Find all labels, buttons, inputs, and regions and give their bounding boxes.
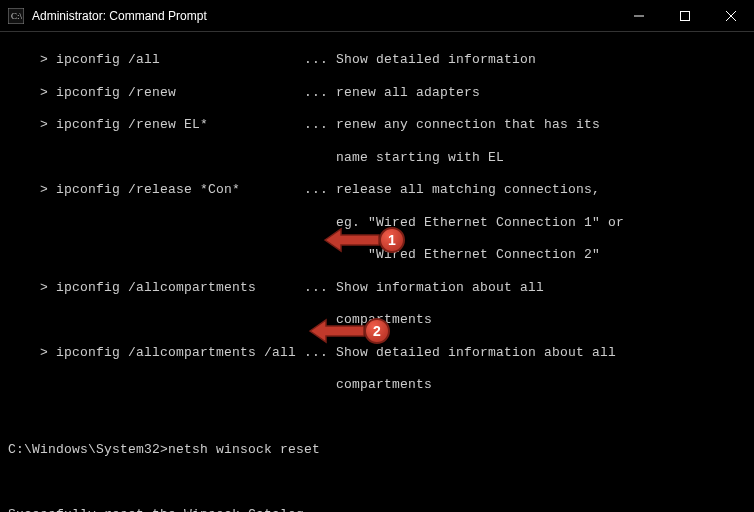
maximize-button[interactable] [662, 0, 708, 32]
help-line: > ipconfig /allcompartments ... Show inf… [8, 280, 746, 296]
svg-rect-3 [681, 12, 690, 21]
help-line: > ipconfig /all ... Show detailed inform… [8, 52, 746, 68]
window-controls [616, 0, 754, 31]
help-line: compartments [8, 312, 746, 328]
help-line: compartments [8, 377, 746, 393]
svg-text:C:\: C:\ [11, 11, 23, 21]
help-line: name starting with EL [8, 150, 746, 166]
terminal-output[interactable]: > ipconfig /all ... Show detailed inform… [0, 32, 754, 512]
blank-line [8, 410, 746, 426]
window-title: Administrator: Command Prompt [32, 9, 616, 23]
minimize-button[interactable] [616, 0, 662, 32]
help-line: > ipconfig /renew EL* ... renew any conn… [8, 117, 746, 133]
close-button[interactable] [708, 0, 754, 32]
cmd-icon: C:\ [8, 8, 24, 24]
command-text: netsh winsock reset [168, 442, 320, 457]
help-line: "Wired Ethernet Connection 2" [8, 247, 746, 263]
prompt-line: C:\Windows\System32>netsh winsock reset [8, 442, 746, 458]
output-line: Sucessfully reset the Winsock Catalog. [8, 507, 746, 512]
help-line: > ipconfig /renew ... renew all adapters [8, 85, 746, 101]
titlebar[interactable]: C:\ Administrator: Command Prompt [0, 0, 754, 32]
help-line: eg. "Wired Ethernet Connection 1" or [8, 215, 746, 231]
blank-line [8, 475, 746, 491]
help-line: > ipconfig /allcompartments /all ... Sho… [8, 345, 746, 361]
prompt: C:\Windows\System32> [8, 442, 168, 457]
help-line: > ipconfig /release *Con* ... release al… [8, 182, 746, 198]
